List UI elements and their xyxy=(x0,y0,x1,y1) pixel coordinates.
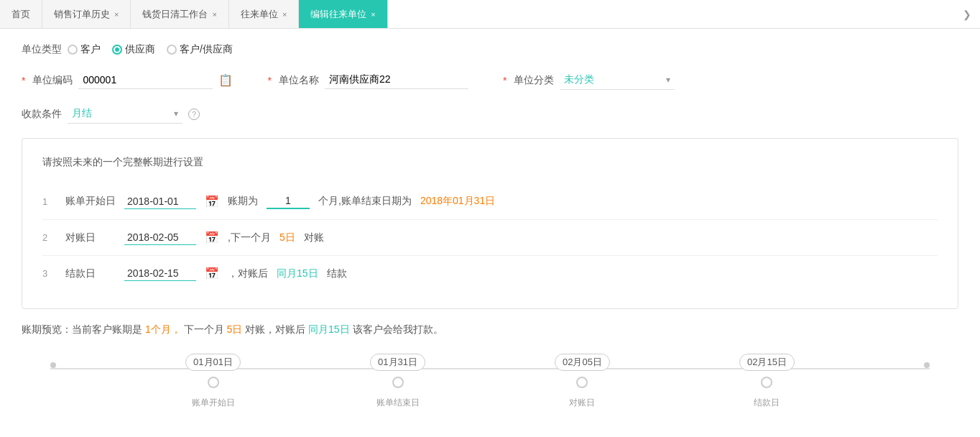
timeline-date-0: 01月01日 xyxy=(185,354,241,371)
preview-reconcile-highlight: 5日 xyxy=(226,323,242,335)
unit-type-radio-group: 客户 供应商 客户/供应商 xyxy=(68,43,233,56)
row-1-label: 账单开始日 xyxy=(65,195,116,208)
row-1-period-unit: 个月,账单结束日期为 xyxy=(318,195,412,208)
preview-months: 1个月， xyxy=(145,323,181,335)
tab-partner-label: 往来单位 xyxy=(241,8,278,21)
timeline-date-2: 02月05日 xyxy=(555,354,610,371)
timeline-circle-0 xyxy=(208,377,219,388)
tab-expand-button[interactable]: ❯ xyxy=(954,0,980,28)
timeline-nodes: 01月01日 账单开始日 01月31日 账单结束日 02月05日 对账日 02月… xyxy=(50,354,930,409)
row-3-num: 3 xyxy=(42,268,57,279)
radio-supplier-circle xyxy=(112,45,122,55)
tab-partner[interactable]: 往来单位 × xyxy=(229,0,299,28)
preview-section: 账期预览：当前客户账期是 1个月， 下一个月 5日 对账，对账后 同月15日 该… xyxy=(22,323,958,336)
row-2-suffix-num: 5日 xyxy=(279,231,295,244)
timeline-label-3: 结款日 xyxy=(754,397,780,409)
row-1-num: 1 xyxy=(42,196,57,207)
radio-customer-label: 客户 xyxy=(80,43,101,56)
setting-row-1: 1 账单开始日 📅 账期为 个月,账单结束日期为 2018年01月31日 xyxy=(42,183,938,220)
radio-both-label: 客户/供应商 xyxy=(180,43,233,56)
timeline-label-1: 账单结束日 xyxy=(376,397,420,409)
unit-category-label: 单位分类 xyxy=(514,74,554,87)
row-3-label: 结款日 xyxy=(65,267,116,280)
panel-title: 请按照未来的一个完整帐期进行设置 xyxy=(42,156,938,169)
unit-code-input[interactable] xyxy=(78,71,213,89)
row-1-date-input[interactable] xyxy=(124,194,196,209)
unit-type-row: 单位类型 客户 供应商 客户/供应商 xyxy=(22,43,958,56)
timeline-circle-3 xyxy=(761,377,772,388)
radio-both-circle xyxy=(167,45,177,55)
tab-sales-history[interactable]: 销售订单历史 × xyxy=(42,0,131,28)
tab-edit-partner[interactable]: 编辑往来单位 × xyxy=(299,0,387,28)
row-2-date-input[interactable] xyxy=(124,230,196,245)
timeline-node-0: 01月01日 账单开始日 xyxy=(185,354,241,409)
unit-category-dropdown[interactable]: 未分类 ▾ xyxy=(560,70,675,90)
tab-cash-work-label: 钱货日清工作台 xyxy=(142,8,208,21)
tab-edit-partner-close[interactable]: × xyxy=(371,10,375,19)
setting-row-3: 3 结款日 📅 ，对账后 同月15日 结款 xyxy=(42,256,938,291)
timeline-label-0: 账单开始日 xyxy=(192,397,235,409)
tab-partner-close[interactable]: × xyxy=(282,10,287,19)
timeline-date-1: 01月31日 xyxy=(370,354,425,371)
radio-supplier-label: 供应商 xyxy=(125,43,155,56)
radio-supplier[interactable]: 供应商 xyxy=(112,43,155,56)
preview-reconcile-prefix: 下一个月 xyxy=(184,323,224,335)
unit-info-row: * 单位编码 📋 * 单位名称 * 单位分类 未分类 ▾ xyxy=(22,70,958,90)
tab-cash-work[interactable]: 钱货日清工作台 × xyxy=(131,0,228,28)
tab-bar: 首页 销售订单历史 × 钱货日清工作台 × 往来单位 × 编辑往来单位 × ❯ xyxy=(0,0,980,29)
unit-code-star: * xyxy=(22,75,25,86)
unit-type-label: 单位类型 xyxy=(22,43,62,56)
row-2-label: 对账日 xyxy=(65,231,116,244)
setting-row-2: 2 对账日 📅 ,下一个月 5日 对账 xyxy=(42,220,938,256)
timeline-dot-left xyxy=(50,362,56,368)
unit-name-label: 单位名称 xyxy=(279,74,319,87)
content-area: 单位类型 客户 供应商 客户/供应商 * 单位编码 📋 * 单位名称 * 单位分… xyxy=(0,29,980,437)
unit-category-value: 未分类 xyxy=(564,73,666,86)
tab-cash-work-close[interactable]: × xyxy=(212,10,216,19)
row-3-suffix-prefix: ，对账后 xyxy=(228,267,268,280)
unit-name-input[interactable] xyxy=(325,71,468,89)
timeline-circle-2 xyxy=(576,377,588,388)
row-3-calendar-icon[interactable]: 📅 xyxy=(205,267,219,280)
timeline-node-3: 02月15日 结款日 xyxy=(739,354,795,409)
tab-sales-history-label: 销售订单历史 xyxy=(54,8,110,21)
timeline-node-1: 01月31日 账单结束日 xyxy=(370,354,425,409)
radio-both[interactable]: 客户/供应商 xyxy=(167,43,233,56)
row-3-date-input[interactable] xyxy=(124,266,196,281)
settings-panel: 请按照未来的一个完整帐期进行设置 1 账单开始日 📅 账期为 个月,账单结束日期… xyxy=(22,138,958,309)
tab-home[interactable]: 首页 xyxy=(0,0,42,28)
row-2-suffix-end: 对账 xyxy=(304,231,324,244)
preview-pay-suffix: 该客户会给我打款。 xyxy=(353,323,443,335)
payment-terms-arrow-icon: ▾ xyxy=(174,109,178,119)
payment-terms-dropdown[interactable]: 月结 ▾ xyxy=(68,104,182,124)
unit-code-label: 单位编码 xyxy=(32,74,73,87)
timeline-section: 01月01日 账单开始日 01月31日 账单结束日 02月05日 对账日 02月… xyxy=(22,354,958,409)
row-2-suffix-prefix: ,下一个月 xyxy=(228,231,271,244)
preview-prefix: 账期预览：当前客户账期是 xyxy=(22,323,142,335)
timeline-dot-right xyxy=(924,362,930,368)
timeline-node-2: 02月05日 对账日 xyxy=(555,354,610,409)
radio-customer[interactable]: 客户 xyxy=(68,43,101,56)
payment-terms-help-icon[interactable]: ? xyxy=(188,109,200,120)
tab-sales-history-close[interactable]: × xyxy=(114,10,119,19)
unit-category-star: * xyxy=(503,75,507,86)
tab-home-label: 首页 xyxy=(11,8,30,21)
payment-terms-row: 收款条件 月结 ▾ ? xyxy=(22,104,958,124)
timeline-right-dot xyxy=(924,354,930,409)
row-2-calendar-icon[interactable]: 📅 xyxy=(205,231,219,244)
payment-terms-value: 月结 xyxy=(72,107,174,120)
payment-terms-label: 收款条件 xyxy=(22,108,62,121)
tab-edit-partner-label: 编辑往来单位 xyxy=(310,8,366,21)
period-input[interactable] xyxy=(267,193,310,209)
unit-category-arrow-icon: ▾ xyxy=(666,75,670,85)
row-1-calendar-icon[interactable]: 📅 xyxy=(205,195,219,208)
unit-name-star: * xyxy=(267,75,271,86)
unit-code-calendar-icon[interactable]: 📋 xyxy=(218,73,233,87)
row-3-suffix-end: 结款 xyxy=(327,267,347,280)
preview-reconcile-suffix: 对账，对账后 xyxy=(245,323,305,335)
radio-customer-circle xyxy=(68,45,78,55)
row-2-num: 2 xyxy=(42,232,57,243)
row-3-suffix-num: 同月15日 xyxy=(277,267,318,280)
timeline-date-3: 02月15日 xyxy=(739,354,795,371)
timeline-left-dot xyxy=(50,354,56,409)
